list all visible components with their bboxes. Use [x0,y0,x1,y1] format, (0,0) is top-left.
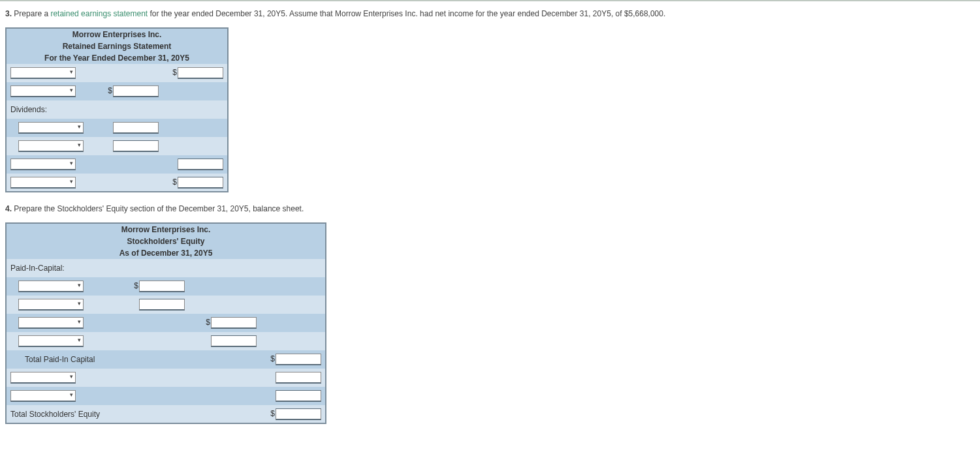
t1-r7-amount[interactable] [178,177,223,189]
t2-total-se-label: Total Stockholders' Equity [6,405,261,423]
dollar-sign: $ [270,409,275,418]
dollar-sign: $ [206,318,210,327]
q3-suffix: for the year ended December 31, 20Y5. As… [148,9,665,18]
t1-r2-dropdown[interactable] [10,85,76,97]
t1-r1-amount[interactable] [178,67,223,79]
t2-r3-dropdown[interactable] [18,317,84,329]
retained-earnings-table: Morrow Enterprises Inc. Retained Earning… [5,27,229,192]
t1-r1-dropdown[interactable] [10,67,76,79]
t2-r7-amount[interactable] [276,390,321,402]
t2-total-se-amount[interactable] [276,408,321,420]
t2-r4-dropdown[interactable] [18,335,84,347]
t1-r5-dropdown[interactable] [18,140,84,152]
t1-r2-amount[interactable] [113,85,159,97]
q4-text: Prepare the Stockholders' Equity section… [14,204,304,213]
t1-dividends-label: Dividends: [6,100,228,119]
t2-r2-amount[interactable] [139,299,185,311]
t1-r6-amount[interactable] [178,159,223,170]
q3-link[interactable]: retained earnings statement [50,9,148,18]
t2-total-paid-amount[interactable] [276,354,321,365]
t2-total-paid-in-label: Total Paid-In Capital [6,350,117,369]
dollar-sign: $ [172,177,177,187]
t2-r7-dropdown[interactable] [10,390,76,402]
t1-r7-dropdown[interactable] [10,177,76,189]
t2-r2-dropdown[interactable] [18,299,84,311]
t1-header-title: Retained Earnings Statement [6,40,228,52]
t1-r4-dropdown[interactable] [18,122,84,134]
question-3: 3. Prepare a retained earnings statement… [5,9,975,18]
q4-number: 4. [5,204,12,213]
q3-number: 3. [5,9,12,18]
t2-r1-dropdown[interactable] [18,281,84,292]
t2-header-period: As of December 31, 20Y5 [6,247,326,259]
t2-r6-amount[interactable] [276,372,321,384]
dollar-sign: $ [134,281,138,290]
t2-r4-amount[interactable] [211,335,257,347]
t1-header-period: For the Year Ended December 31, 20Y5 [6,52,228,64]
t1-r6-dropdown[interactable] [10,159,76,170]
dollar-sign: $ [270,354,275,363]
t1-r5-amount[interactable] [113,140,159,152]
t2-paid-in-label: Paid-In-Capital: [6,259,326,277]
t2-r1-amount[interactable] [139,281,185,292]
dollar-sign: $ [108,86,112,95]
t2-header-company: Morrow Enterprises Inc. [6,223,326,236]
t1-header-company: Morrow Enterprises Inc. [6,28,228,40]
t2-header-title: Stockholders' Equity [6,236,326,247]
t1-r4-amount[interactable] [113,122,159,134]
stockholders-equity-table: Morrow Enterprises Inc. Stockholders' Eq… [5,222,326,424]
t2-r6-dropdown[interactable] [10,372,76,384]
question-4: 4. Prepare the Stockholders' Equity sect… [5,204,975,213]
q3-prefix: Prepare a [14,9,50,18]
dollar-sign: $ [172,68,177,77]
t2-r3-amount[interactable] [211,317,257,329]
